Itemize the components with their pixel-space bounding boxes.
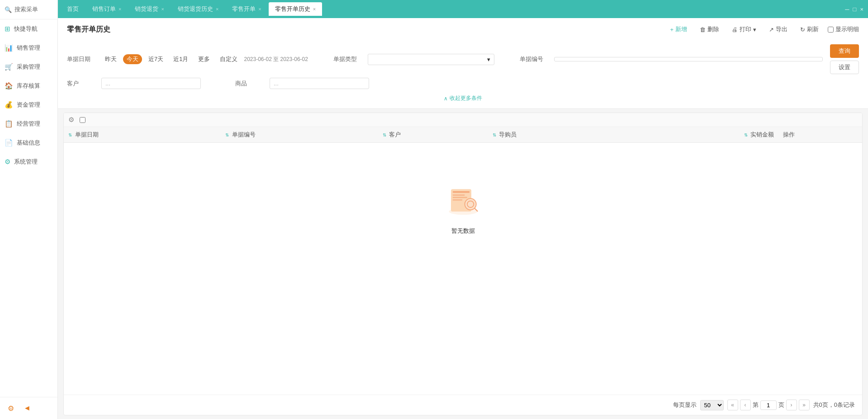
content-area: 零售开单历史 + 新增 🗑 删除 🖨 打印 ▾ xyxy=(58,18,868,419)
page-title: 零售开单历史 xyxy=(67,25,110,34)
sidebar-item-inventory[interactable]: 🏠 库存核算 xyxy=(0,76,57,95)
export-button[interactable]: ↗ 导出 xyxy=(765,24,791,35)
query-button[interactable]: 查询 xyxy=(830,44,859,58)
product-input[interactable]: ... xyxy=(270,78,369,89)
window-maximize[interactable]: □ xyxy=(853,6,857,13)
svg-rect-3 xyxy=(452,194,465,196)
sidebar-item-operations[interactable]: 📋 经营管理 xyxy=(0,114,57,133)
tab-sales-order[interactable]: 销售订单 × xyxy=(86,2,128,16)
refresh-icon: ↻ xyxy=(800,26,805,33)
settings-button[interactable]: 设置 xyxy=(830,61,859,74)
filter-row-2: 客户 ... 商品 ... xyxy=(67,78,859,89)
per-page-select[interactable]: 50 10 20 100 xyxy=(700,400,724,410)
print-icon: 🖨 xyxy=(732,26,738,33)
refresh-button[interactable]: ↻ 刷新 xyxy=(797,24,822,35)
sort-date-icon[interactable]: ⇅ xyxy=(68,132,72,137)
window-minimize[interactable]: ─ xyxy=(845,6,849,13)
display-detail-label: 显示明细 xyxy=(835,25,859,33)
svg-rect-2 xyxy=(452,191,470,193)
sidebar-item-sales-mgmt[interactable]: 📊 销售管理 xyxy=(0,38,57,57)
tab-sales-return-close[interactable]: × xyxy=(161,6,164,12)
col-amount-label: 实销金额 xyxy=(750,131,774,138)
delete-label: 删除 xyxy=(707,25,719,33)
page-input[interactable] xyxy=(760,400,777,410)
sidebar-collapse-icon[interactable]: ◄ xyxy=(21,402,33,414)
select-all-checkbox[interactable] xyxy=(80,117,85,123)
sidebar-item-purchase-mgmt-label: 采购管理 xyxy=(17,63,40,71)
customer-placeholder: ... xyxy=(105,80,110,87)
date-btn-1month[interactable]: 近1月 xyxy=(170,54,192,64)
tab-sales-order-close[interactable]: × xyxy=(119,6,121,12)
col-no: ⇅ 单据编号 xyxy=(221,127,378,143)
add-icon: + xyxy=(670,26,674,33)
sidebar-item-purchase-mgmt[interactable]: 🛒 采购管理 xyxy=(0,57,57,76)
base-info-icon: 📄 xyxy=(5,139,13,147)
sidebar-item-quick-nav[interactable]: ⊞ 快捷导航 xyxy=(0,19,57,38)
doc-no-input[interactable] xyxy=(554,57,823,61)
sort-no-icon[interactable]: ⇅ xyxy=(225,132,229,137)
first-page-btn[interactable]: « xyxy=(727,400,738,410)
sidebar-item-base-info[interactable]: 📄 基础信息 xyxy=(0,133,57,152)
date-btn-today[interactable]: 今天 xyxy=(123,54,142,64)
tab-retail-open-history[interactable]: 零售开单历史 × xyxy=(269,2,322,16)
delete-button[interactable]: 🗑 删除 xyxy=(696,24,723,35)
doc-type-label: 单据类型 xyxy=(333,55,360,63)
total-info: 共0页，0条记录 xyxy=(813,401,855,409)
sidebar: 🔍 搜索采单 ⊞ 快捷导航 📊 销售管理 🛒 采购管理 🏠 库存核算 💰 资金管… xyxy=(0,0,58,419)
date-filter-label: 单据日期 xyxy=(67,55,94,63)
sort-customer-icon[interactable]: ⇅ xyxy=(383,132,386,137)
refresh-label: 刷新 xyxy=(807,25,819,33)
col-amount: ⇅ 实销金额 xyxy=(621,127,778,143)
date-range-display: 2023-06-02 至 2023-06-02 xyxy=(244,56,308,63)
table-container: ⇅ 单据日期 ⇅ 单据编号 ⇅ 客户 xyxy=(64,127,862,395)
col-no-label: 单据编号 xyxy=(232,131,256,138)
collapse-button[interactable]: ∧ 收起更多条件 xyxy=(444,94,482,102)
sidebar-item-sys-mgmt[interactable]: ⚙ 系统管理 xyxy=(0,152,57,171)
col-guide: ⇅ 导购员 xyxy=(488,127,621,143)
sidebar-item-quick-nav-label: 快捷导航 xyxy=(14,25,38,33)
print-button[interactable]: 🖨 打印 ▾ xyxy=(728,24,760,35)
display-detail-toggle[interactable]: 显示明细 xyxy=(828,25,859,33)
tab-retail-open-close[interactable]: × xyxy=(258,6,261,12)
tab-home[interactable]: 首页 xyxy=(61,2,85,16)
data-table: ⇅ 单据日期 ⇅ 单据编号 ⇅ 客户 xyxy=(64,127,862,143)
customer-input[interactable]: ... xyxy=(101,78,201,89)
quick-nav-icon: ⊞ xyxy=(5,25,10,33)
table-settings-icon[interactable]: ⚙ xyxy=(68,116,74,124)
last-page-btn[interactable]: » xyxy=(799,400,810,410)
prev-page-btn[interactable]: ‹ xyxy=(740,400,751,410)
inventory-icon: 🏠 xyxy=(5,82,13,90)
sort-amount-icon[interactable]: ⇅ xyxy=(744,132,748,137)
sys-mgmt-icon: ⚙ xyxy=(5,158,10,166)
tab-sales-return-history[interactable]: 销货退货历史 × xyxy=(171,2,225,16)
tab-retail-open-history-label: 零售开单历史 xyxy=(275,5,310,13)
col-action: 操作 xyxy=(778,127,862,143)
tab-retail-open-history-close[interactable]: × xyxy=(313,6,316,12)
tab-retail-open[interactable]: 零售开单 × xyxy=(226,2,267,16)
col-customer-label: 客户 xyxy=(389,131,401,138)
col-date-label: 单据日期 xyxy=(75,131,99,138)
collapse-up-icon: ∧ xyxy=(444,95,448,102)
date-btn-more[interactable]: 更多 xyxy=(194,54,213,64)
doc-type-select[interactable]: ▾ xyxy=(368,54,494,65)
next-page-btn[interactable]: › xyxy=(786,400,797,410)
sidebar-item-base-info-label: 基础信息 xyxy=(17,139,40,147)
date-btn-yesterday[interactable]: 昨天 xyxy=(101,54,120,64)
sidebar-search[interactable]: 🔍 搜索采单 xyxy=(0,0,57,19)
sidebar-settings-icon[interactable]: ⚙ xyxy=(5,402,17,414)
date-btn-7days[interactable]: 近7天 xyxy=(145,54,167,64)
page-nav: « ‹ 第 页 › » xyxy=(727,400,810,410)
date-btn-custom[interactable]: 自定义 xyxy=(216,54,241,64)
empty-state: 暂无数据 xyxy=(64,143,862,271)
collapse-label: 收起更多条件 xyxy=(450,94,482,102)
tab-sales-return[interactable]: 销货退货 × xyxy=(128,2,170,16)
add-button[interactable]: + 新增 xyxy=(666,24,691,35)
doc-no-label: 单据编号 xyxy=(520,55,547,63)
window-close[interactable]: × xyxy=(860,6,863,13)
tab-sales-return-history-close[interactable]: × xyxy=(216,6,218,12)
tab-sales-return-history-label: 销货退货历史 xyxy=(178,5,213,13)
sort-guide-icon[interactable]: ⇅ xyxy=(493,132,496,137)
display-detail-checkbox[interactable] xyxy=(828,27,834,33)
sidebar-item-finance[interactable]: 💰 资金管理 xyxy=(0,95,57,114)
sidebar-item-sys-mgmt-label: 系统管理 xyxy=(14,158,38,166)
